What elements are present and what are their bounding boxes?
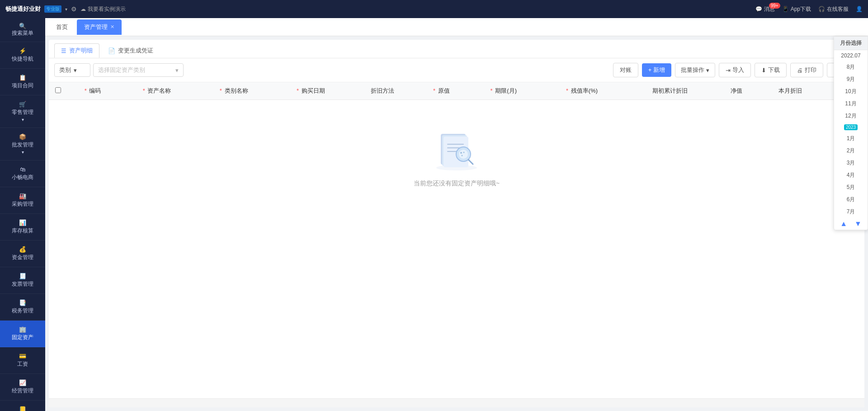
sidebar-item-operations-mgmt[interactable]: 📈 经营管理 (0, 374, 45, 401)
asset-detail-label: 资产明细 (69, 47, 93, 55)
project-contract-label: 项目合同 (12, 82, 33, 90)
col-period: * 期限(月) (467, 82, 540, 100)
sidebar-item-fixed-assets[interactable]: 🏢 固定资产 (0, 321, 45, 347)
ecommerce-label: 小畅电商 (12, 174, 33, 181)
sidebar-item-tax-mgmt[interactable]: 📑 税务管理 (0, 294, 45, 321)
category-input[interactable]: 选择固定资产类别 ▾ (93, 63, 184, 77)
col-code: * 编码 (67, 82, 118, 100)
content-area: 首页 资产管理 ✕ ☰ 资产明细 📄 变更生成凭证 (45, 18, 868, 411)
sidebar: 🔍 搜索菜单 ⚡ 快捷导航 📋 项目合同 🛒 零售管理 ▾ 📦 批发管理 ▾ 🛍… (0, 18, 45, 411)
month-2022-07[interactable]: 2022.07 (834, 50, 868, 61)
sidebar-item-project-contract[interactable]: 📋 项目合同 (0, 69, 45, 95)
category-label: 类别 (59, 66, 71, 74)
month-2023-04[interactable]: 4月 (834, 169, 868, 181)
batch-button[interactable]: 批量操作 ▾ (675, 63, 715, 77)
add-button[interactable]: + 新增 (642, 63, 671, 77)
sidebar-item-quick-nav[interactable]: ⚡ 快捷导航 (0, 42, 45, 69)
salary-icon: 💳 (19, 353, 26, 359)
col-net-value: 净值 (716, 82, 757, 100)
col-residual-rate: * 残值率(%) (540, 82, 624, 100)
category-select-box[interactable]: 类别 ▾ (54, 63, 90, 77)
sub-tab-asset-detail[interactable]: ☰ 资产明细 (54, 43, 99, 58)
month-2022-08[interactable]: 8月 (834, 61, 868, 73)
col-original-value: * 原值 (415, 82, 467, 100)
sidebar-item-invoice-mgmt[interactable]: 🧾 发票管理 (0, 267, 45, 294)
app-info: 畅捷通好业财 专业版 ▾ ⚙ ☁ 我要看实例演示 (5, 5, 126, 13)
tab-close-icon[interactable]: ✕ (110, 24, 114, 30)
col-name: * 资产名称 (118, 82, 195, 100)
phone-icon: 📱 (782, 6, 789, 12)
asset-detail-icon: ☰ (61, 47, 66, 54)
month-2022-09[interactable]: 9月 (834, 73, 868, 85)
sidebar-item-fund-mgmt[interactable]: 💰 资金管理 (0, 241, 45, 267)
app-download-button[interactable]: 📱 App下载 (782, 5, 811, 13)
sidebar-item-search-menu[interactable]: 🔍 搜索菜单 (0, 18, 45, 42)
sidebar-item-retail-mgmt[interactable]: 🛒 零售管理 ▾ (0, 95, 45, 128)
month-nav-up[interactable]: ▲ (840, 220, 847, 228)
svg-point-10 (460, 152, 462, 154)
inner-content: ☰ 资产明细 📄 变更生成凭证 类别 ▾ (49, 40, 864, 407)
sidebar-item-purchase-mgmt[interactable]: 🏭 采购管理 (0, 187, 45, 214)
purchase-mgmt-label: 采购管理 (12, 200, 33, 208)
inventory-icon: 📊 (19, 219, 26, 226)
print-button[interactable]: 🖨 打印 (790, 63, 823, 77)
tax-mgmt-label: 税务管理 (12, 307, 33, 315)
batch-mgmt-label: 批发管理 (12, 141, 33, 149)
tax-icon: 📑 (19, 299, 26, 306)
month-2023-06[interactable]: 6月 (834, 194, 868, 206)
tab-asset-mgmt[interactable]: 资产管理 ✕ (77, 19, 122, 35)
messages-button[interactable]: 💬 消息 99+ (755, 5, 774, 13)
demo-icon: ☁ (80, 6, 86, 12)
search-icon: 🔍 (4, 23, 42, 29)
settings-icon[interactable]: ⚙ (71, 5, 77, 13)
sidebar-item-general-ledger[interactable]: 📒 总账管理 (0, 401, 45, 411)
month-2023-01[interactable]: 1月 (834, 132, 868, 145)
month-nav: ▲ ▼ (834, 218, 868, 230)
change-voucher-icon: 📄 (108, 47, 115, 54)
retail-mgmt-label: 零售管理 (12, 109, 33, 116)
app-name: 畅捷通好业财 (5, 5, 41, 13)
user-avatar[interactable]: 👤 (856, 6, 863, 12)
category-input-arrow: ▾ (175, 67, 179, 74)
empty-message: 当前您还没有固定资产明细哦~ (414, 180, 500, 188)
table-container: * 编码 * 资产名称 * 类别名称 (49, 82, 864, 398)
company-dropdown-arrow[interactable]: ▾ (65, 7, 67, 12)
retail-icon: 🛒 (19, 101, 26, 108)
fund-mgmt-label: 资金管理 (12, 254, 33, 261)
app-subtitle: 专业版 (44, 5, 61, 13)
col-monthly-depreciation: 本月折旧 (757, 82, 823, 100)
online-service-button[interactable]: 🎧 在线客服 (818, 5, 849, 13)
message-icon: 💬 (755, 6, 762, 12)
month-nav-down[interactable]: ▼ (854, 220, 862, 228)
month-2023-07[interactable]: 7月 (834, 206, 868, 218)
month-2023-02[interactable]: 2月 (834, 145, 868, 157)
message-badge: 99+ (769, 3, 780, 9)
toolbar-left: 类别 ▾ 选择固定资产类别 ▾ (54, 63, 609, 77)
month-2022-11[interactable]: 11月 (834, 98, 868, 110)
tab-bar: 首页 资产管理 ✕ (45, 18, 868, 36)
month-2022-10[interactable]: 10月 (834, 85, 868, 98)
col-depreciation-method: 折旧方法 (349, 82, 415, 100)
top-bar: 畅捷通好业财 专业版 ▾ ⚙ ☁ 我要看实例演示 💬 消息 99+ 📱 App下… (0, 0, 868, 18)
sidebar-item-batch-mgmt[interactable]: 📦 批发管理 ▾ (0, 128, 45, 161)
select-all-checkbox[interactable] (55, 87, 61, 93)
demo-link[interactable]: ☁ 我要看实例演示 (80, 5, 126, 13)
tab-home[interactable]: 首页 (49, 19, 75, 35)
invoice-icon: 🧾 (19, 273, 26, 279)
empty-illustration (429, 127, 484, 172)
sidebar-item-salary[interactable]: 💳 工资 (0, 347, 45, 374)
svg-point-8 (459, 150, 468, 159)
month-2022-12[interactable]: 12月 (834, 110, 868, 122)
sub-tab-change-voucher[interactable]: 📄 变更生成凭证 (101, 43, 160, 58)
reconcile-button[interactable]: 对账 (613, 63, 638, 77)
download-button[interactable]: ⬇ 下载 (755, 63, 787, 77)
category-filter: 类别 ▾ 选择固定资产类别 ▾ (54, 63, 184, 77)
sidebar-item-ecommerce[interactable]: 🛍 小畅电商 (0, 161, 45, 187)
import-button[interactable]: ⇥ 导入 (719, 63, 751, 77)
batch-arrow-icon: ▾ (706, 67, 709, 74)
batch-arrow-icon: ▾ (22, 150, 24, 155)
search-menu-label: 搜索菜单 (4, 29, 42, 37)
month-2023-05[interactable]: 5月 (834, 181, 868, 194)
sidebar-item-inventory[interactable]: 📊 库存核算 (0, 214, 45, 241)
month-2023-03[interactable]: 3月 (834, 157, 868, 169)
